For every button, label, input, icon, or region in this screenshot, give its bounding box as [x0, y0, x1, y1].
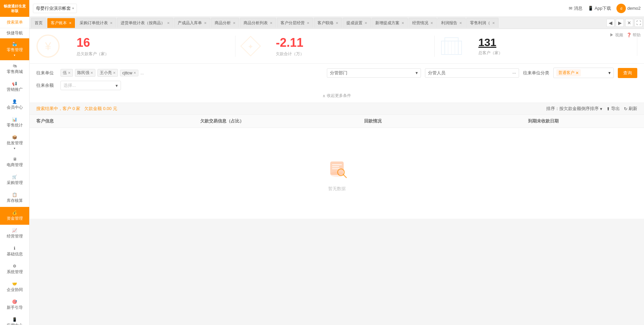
tab-promotion-settings[interactable]: 提成设置 ✕ [343, 18, 371, 28]
tab-close-icon[interactable]: ✕ [167, 21, 170, 25]
tab-customer-account[interactable]: 客户账本 ✕ [47, 18, 75, 28]
sidebar-item-app-center[interactable]: 📱 应用中心 [0, 314, 29, 325]
balance-label: 往来余额 [36, 82, 56, 88]
tab-purchase-order-stats[interactable]: 采购订单统计表 ✕ [76, 18, 116, 28]
help-button[interactable]: ❓ 帮助 [627, 32, 641, 38]
tab-goods-analysis-list[interactable]: 商品分析列表 ✕ [240, 18, 276, 28]
industry-selector[interactable]: 母婴行业演示帐套 ▾ [33, 4, 77, 13]
sidebar-item-operations[interactable]: 📈 经营管理 [0, 225, 29, 243]
tab-controls: ◀ ▶ ✕ ⛶ [606, 19, 643, 27]
results-info: 搜索结果中，客户 0 家 欠款金额 0.00 元 [36, 106, 117, 112]
tab-production-inbound[interactable]: 产成品入库单 ✕ [174, 18, 210, 28]
tab-goods-analysis[interactable]: 商品分析 ✕ [211, 18, 239, 28]
export-button[interactable]: ⬆ 导出 [606, 106, 620, 112]
refresh-button[interactable]: ↻ 刷新 [624, 106, 637, 112]
results-bar: 搜索结果中，客户 0 家 欠款金额 0.00 元 排序：按欠款金额倒序排序 ▾ … [30, 103, 644, 115]
balance-dropdown[interactable]: 选择... ▾ [60, 81, 121, 90]
chevron-down-icon: ▾ [600, 106, 602, 111]
tab-customer-contact[interactable]: 客户联络 ✕ [314, 18, 342, 28]
tab-close-icon[interactable]: ✕ [401, 21, 404, 25]
tab-close-icon[interactable]: ✕ [492, 21, 495, 25]
search-menu[interactable]: 搜索菜单 [0, 17, 29, 28]
svg-text:✦: ✦ [248, 43, 254, 50]
quick-nav[interactable]: 快捷导航 [0, 28, 29, 38]
tab-purchase-stats-by-product[interactable]: 进货单统计表（按商品） ✕ [117, 18, 173, 28]
tab-close-icon[interactable]: ✕ [430, 21, 433, 25]
classification-select[interactable]: 普通客户 ✕ ▾ [553, 68, 614, 78]
tab-close-icon[interactable]: ✕ [307, 21, 309, 25]
filter-row-2: 往来余额 选择... ▾ [36, 81, 637, 90]
sort-button[interactable]: 排序：按欠款金额倒序排序 ▾ [546, 106, 602, 112]
sidebar-item-new-guide[interactable]: 🎯 新手引导 [0, 296, 29, 314]
tab-new-achievement[interactable]: 新增提成方案 ✕ [372, 18, 408, 28]
col-debt-header: 欠款交易信息（占比） [200, 118, 364, 124]
tab-close-icon[interactable]: ✕ [204, 21, 207, 25]
svg-text:¥: ¥ [45, 40, 51, 52]
sidebar-item-wholesale[interactable]: 📦 批发管理 ▾ [0, 132, 29, 153]
video-help-area: ▶ 视频 ❓ 帮助 [610, 32, 641, 38]
stat-debt-total: -2.11 欠款合计（万） [266, 36, 435, 57]
svg-rect-11 [332, 164, 342, 165]
tab-next-button[interactable]: ▶ [616, 19, 624, 27]
tab-ops-status[interactable]: 经营情况 ✕ [409, 18, 437, 28]
tag-close-classification[interactable]: ✕ [575, 71, 579, 75]
col-due-date-header: 到期未收款日期 [528, 118, 637, 124]
tab-close-icon[interactable]: ✕ [364, 21, 367, 25]
tab-prev-button[interactable]: ◀ [606, 19, 614, 27]
tab-close-icon[interactable]: ✕ [336, 21, 338, 25]
tab-close-icon[interactable]: ✕ [110, 21, 113, 25]
sidebar-item-retail-mall[interactable]: 🛍 零售商城 [0, 60, 29, 78]
message-button[interactable]: ✉ 消息 [569, 5, 583, 11]
sidebar-item-retail-stats[interactable]: 📊 零售统计 [0, 114, 29, 132]
collapse-row: ∧ 收起更多条件 [36, 93, 637, 99]
dept-dropdown[interactable]: 分管部门 ▾ [327, 68, 421, 78]
tag-close-cjttcw[interactable]: ✕ [133, 71, 136, 75]
person-dropdown[interactable]: 分管人员 ··· [425, 68, 519, 78]
sidebar-item-ecommerce[interactable]: 🖥 电商管理 [0, 153, 29, 171]
tag-close-wang[interactable]: ✕ [113, 71, 116, 75]
tab-fullscreen-button[interactable]: ⛶ [635, 19, 643, 27]
stat-icon-diamond: ✦ [239, 34, 262, 58]
sidebar-item-system[interactable]: ⚙ 系统管理 [0, 260, 29, 278]
tab-customer-segment[interactable]: 客户分层经营 ✕ [277, 18, 313, 28]
app-download-button[interactable]: 📱 App下载 [588, 5, 611, 11]
tab-close-all-button[interactable]: ✕ [625, 19, 633, 27]
tab-close-icon[interactable]: ✕ [270, 21, 272, 25]
sidebar-item-enterprise[interactable]: 🤝 企业协同 [0, 278, 29, 296]
empty-icon [324, 155, 350, 182]
sidebar-item-retail-mgmt[interactable]: 🏪 零售管理 ▾ [0, 38, 29, 60]
download-icon: 📱 [588, 6, 593, 11]
message-icon: ✉ [569, 6, 572, 11]
sidebar-item-member[interactable]: 👤 会员中心 [0, 96, 29, 114]
sidebar-item-inventory[interactable]: 📋 库存核算 [0, 189, 29, 207]
filter-tag-cjttcw: cjttcw ✕ [120, 70, 138, 76]
total-accounts-label: 总客户（家） [478, 50, 503, 56]
collapse-button[interactable]: ∧ 收起更多条件 [323, 93, 351, 99]
sidebar-item-basic-info[interactable]: ℹ 基础信息 [0, 243, 29, 260]
video-icon: ▶ [610, 33, 615, 37]
filter-tag-wu: 伍 ✕ [60, 69, 73, 77]
svg-line-15 [343, 175, 346, 178]
filter-more-button[interactable]: ... [140, 71, 144, 75]
app-logo[interactable]: 畅捷通好生意 标版 [0, 0, 29, 17]
tab-home[interactable]: 首页 [31, 18, 46, 28]
filter-tag-chen: 陈民强 ✕ [75, 69, 95, 77]
video-button[interactable]: ▶ 视频 [610, 32, 623, 38]
tag-close-chen[interactable]: ✕ [90, 71, 93, 75]
search-button[interactable]: 查询 [618, 68, 637, 78]
chevron-up-icon: ∧ [323, 94, 326, 98]
sort-label: 排序：按欠款金额倒序排序 [546, 106, 599, 112]
tab-close-icon[interactable]: ✕ [69, 21, 72, 25]
tab-close-icon[interactable]: ✕ [459, 21, 462, 25]
tab-profit-report[interactable]: 利润报告 ✕ [437, 18, 466, 28]
refresh-icon: ↻ [624, 106, 628, 111]
sidebar-item-finance[interactable]: 💰 资金管理 [0, 207, 29, 225]
tag-close-wu[interactable]: ✕ [68, 71, 71, 75]
sidebar-item-marketing[interactable]: 📢 营销推广 [0, 78, 29, 96]
tab-retail-profit[interactable]: 零售利润（ ✕ [466, 18, 499, 28]
sidebar-item-purchase[interactable]: 🛒 采购管理 [0, 171, 29, 189]
tab-close-icon[interactable]: ✕ [233, 21, 235, 25]
col-repayment-header: 回款情况 [364, 118, 528, 124]
stat-icon-building [438, 34, 465, 58]
user-menu[interactable]: d demo2 [616, 4, 641, 13]
